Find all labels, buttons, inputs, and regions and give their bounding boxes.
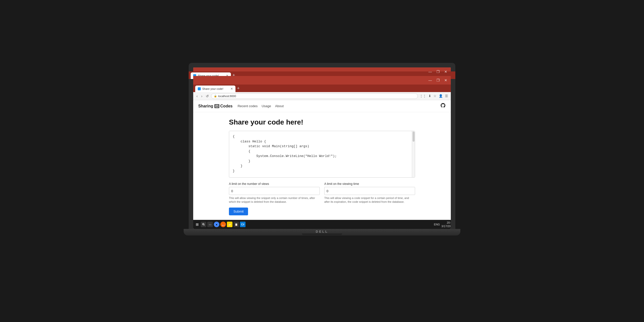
views-limit-group: A limit on the number of views This will… [229, 182, 320, 204]
taskbar-task-view-icon[interactable]: ▭ [207, 222, 213, 227]
logo-icon-box [214, 104, 219, 108]
nav-about[interactable]: About [275, 104, 284, 108]
svg-line-4 [204, 225, 205, 226]
toolbar-icons: ⋮⋮ ⬇ ☆ 👤 ☰ [419, 94, 449, 98]
dell-logo: DELL [316, 230, 328, 233]
browser-toolbar: ‹ › ↺ 🔒 localhost:8000 ⋮⋮ ⬇ ☆ 👤 ☰ [193, 92, 451, 100]
views-limit-label: A limit on the number of views [229, 182, 320, 186]
window-controls: — ❐ ✕ [427, 70, 449, 74]
profile-icon[interactable]: 👤 [438, 94, 444, 98]
system-clock: 20:05 3/17/2022 [441, 221, 451, 228]
time-limit-label: A limit on the viewing time [324, 182, 415, 186]
address-bar[interactable]: 🔒 localhost:8000 [211, 93, 418, 99]
taskbar: ⊞ ▭ ● 🦊 📁 [193, 220, 451, 229]
scrollbar-thumb [413, 132, 415, 142]
site-logo: Sharing Codes [198, 104, 232, 108]
taskbar-app1-icon[interactable]: 📋 [233, 222, 239, 227]
taskbar-app2-icon[interactable]: C# [240, 222, 246, 227]
submit-button[interactable]: Submit [229, 208, 248, 215]
laptop-base: DELL [184, 229, 460, 235]
download-icon[interactable]: ⬇ [428, 94, 432, 98]
time-limit-group: A limit on the viewing time This will al… [324, 182, 415, 204]
tab-favicon-icon [198, 87, 201, 90]
menu-icon[interactable]: ☰ [444, 94, 449, 98]
form-grid: A limit on the number of views This will… [229, 182, 415, 204]
svg-rect-2 [216, 106, 217, 106]
views-limit-hint: This will allow viewing the snippet only… [229, 196, 320, 204]
restore-btn[interactable]: ❐ [435, 78, 441, 82]
taskbar-system-area: ENG 20:05 3/17/2022 □ [434, 221, 451, 228]
star-icon[interactable]: ☆ [433, 94, 437, 98]
start-button[interactable]: ⊞ [196, 222, 199, 226]
logo-text-1: Sharing [198, 104, 213, 108]
views-limit-input[interactable] [229, 187, 320, 195]
minimize-button[interactable]: — [427, 70, 433, 74]
time-limit-input[interactable] [324, 187, 415, 195]
browser-titlebar: Share your code! ✕ + — ❐ ✕ [193, 67, 451, 76]
svg-point-3 [203, 223, 204, 225]
site-navigation: Sharing Codes Recent codes Usage About [193, 100, 451, 112]
logo-text-2: Codes [220, 104, 233, 108]
time-limit-hint: This will allow viewing a code snippet f… [324, 196, 415, 204]
code-editor-wrapper: { class Hello { static void Main(string[… [229, 131, 415, 178]
taskbar-app-icons: ▭ ● 🦊 📁 📋 C# [201, 222, 246, 227]
extensions-icon[interactable]: ⋮⋮ [419, 94, 427, 98]
nav-usage[interactable]: Usage [262, 104, 271, 108]
reload-button[interactable]: ↺ [205, 94, 210, 99]
taskbar-chrome-icon[interactable]: ● [214, 222, 219, 227]
editor-scrollbar[interactable] [412, 131, 415, 177]
taskbar-search-icon[interactable] [201, 222, 206, 227]
github-icon[interactable] [440, 103, 446, 109]
new-tab-icon[interactable]: + [237, 86, 240, 91]
url-text: localhost:8000 [218, 95, 236, 98]
system-time-display: 20:05 [441, 221, 451, 224]
system-date-display: 3/17/2022 [441, 224, 451, 228]
tab-close-icon[interactable]: ✕ [230, 87, 233, 91]
forward-button[interactable]: › [200, 94, 204, 99]
minimize-btn[interactable]: — [427, 78, 433, 82]
svg-rect-1 [216, 106, 218, 106]
page-title: Share your code here! [229, 118, 415, 126]
maximize-button[interactable]: ❐ [435, 70, 441, 74]
page-content: Sharing Codes Recent codes Usage About [193, 100, 451, 220]
nav-recent-codes[interactable]: Recent codes [237, 104, 258, 108]
browser-tab[interactable]: Share your code! ✕ [195, 86, 235, 92]
code-editor[interactable]: { class Hello { static void Main(string[… [229, 131, 415, 176]
main-content: Share your code here! { class Hello { st… [219, 112, 425, 220]
tab-label: Share your code! [202, 87, 223, 90]
site-nav-links: Recent codes Usage About [237, 104, 284, 108]
back-button[interactable]: ‹ [195, 94, 199, 99]
lock-icon: 🔒 [214, 95, 217, 97]
taskbar-firefox-icon[interactable]: 🦊 [220, 222, 226, 227]
close-btn[interactable]: ✕ [443, 78, 449, 82]
taskbar-lang: ENG [434, 223, 440, 226]
taskbar-folder-icon[interactable]: 📁 [227, 222, 232, 227]
close-button[interactable]: ✕ [443, 70, 449, 74]
